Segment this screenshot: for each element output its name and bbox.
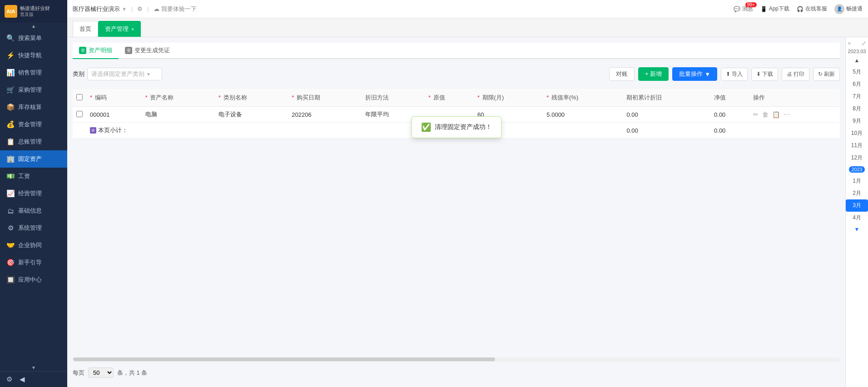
feedback-btn[interactable]: ☁ 我要体验一下 xyxy=(154,5,197,13)
ledger-icon: 📋 xyxy=(6,138,15,146)
panel-month-4[interactable]: 4月 xyxy=(846,212,868,224)
online-service-btn[interactable]: 🎧 在线客服 xyxy=(797,5,827,13)
col-net-value: 净值 xyxy=(710,89,749,107)
sidebar-scroll-up[interactable]: ▲ xyxy=(0,23,67,30)
panel-month-7[interactable]: 7月 xyxy=(846,90,868,103)
delete-row-icon[interactable]: 🗑 xyxy=(762,111,769,118)
basic-info-icon: 🗂 xyxy=(6,207,15,215)
sidebar: AtA 畅捷通好业财 普及版 ▲ 🔍 搜索菜单 ⚡ 快捷导航 📊 销售管理 🛒 … xyxy=(0,0,67,387)
sidebar-item-label: 总账管理 xyxy=(18,138,42,146)
search-icon: 🔍 xyxy=(6,34,15,42)
panel-month-12[interactable]: 12月 xyxy=(846,152,868,164)
refresh-label: 刷新 xyxy=(824,70,835,78)
sidebar-item-fixed-assets[interactable]: 🏢 固定资产 xyxy=(0,150,67,168)
success-toast: ✅ 清理固定资产成功！ xyxy=(412,116,501,138)
company-dropdown-icon: ▼ xyxy=(122,6,127,12)
edit-row-icon[interactable]: ✏ xyxy=(753,111,759,118)
panel-month-9[interactable]: 9月 xyxy=(846,115,868,127)
panel-year-2023: 2023 xyxy=(846,164,868,175)
panel-up-arrow[interactable]: ▲ xyxy=(846,55,868,66)
panel-month-5[interactable]: 5月 xyxy=(846,66,868,78)
message-icon: 💬 xyxy=(734,6,740,12)
subtab-change-voucher[interactable]: 变 变更生成凭证 xyxy=(119,43,176,59)
download-button[interactable]: ⬇ 下载 xyxy=(751,68,778,81)
sidebar-item-system[interactable]: ⚙ 系统管理 xyxy=(0,219,67,237)
sidebar-item-payroll[interactable]: 💵 工资 xyxy=(0,168,67,185)
panel-down-arrow[interactable]: ▼ xyxy=(846,224,868,235)
tab-asset-management[interactable]: 资产管理 × xyxy=(98,21,141,37)
pagination: 每页 50 100 200 条，共 1 条 xyxy=(73,364,840,382)
per-page-select[interactable]: 50 100 200 xyxy=(88,367,114,378)
subtotal-label-text: 本页小计： xyxy=(98,126,128,134)
sidebar-item-label: 应用中心 xyxy=(18,276,42,284)
sidebar-scroll-down[interactable]: ▼ xyxy=(0,364,67,371)
col-depreciation-method: 折旧方法 xyxy=(362,89,425,107)
sidebar-logo: AtA 畅捷通好业财 普及版 xyxy=(0,0,67,23)
sidebar-item-operations[interactable]: 📈 经营管理 xyxy=(0,185,67,202)
reconcile-button[interactable]: 对账 xyxy=(609,67,635,81)
category-filter: 类别 请选择固定资产类别 ▼ xyxy=(73,68,162,80)
subtab-asset-detail[interactable]: 资 资产明细 xyxy=(73,43,119,59)
sidebar-item-search[interactable]: 🔍 搜索菜单 xyxy=(0,30,67,47)
panel-month-11[interactable]: 11月 xyxy=(846,139,868,152)
subtab-asset-detail-label: 资产明细 xyxy=(89,46,112,55)
sidebar-item-ledger[interactable]: 📋 总账管理 xyxy=(0,133,67,150)
user-name: 畅捷通 xyxy=(846,5,863,13)
sidebar-item-label: 经营管理 xyxy=(18,189,42,198)
col-category: * 类别名称 xyxy=(215,89,288,107)
sidebar-item-guide[interactable]: 🎯 新手引导 xyxy=(0,254,67,271)
select-all-checkbox[interactable] xyxy=(76,94,83,100)
sidebar-item-sales[interactable]: 📊 销售管理 xyxy=(0,64,67,81)
toolbar: 类别 请选择固定资产类别 ▼ 对账 + 新增 批量操作 ▼ xyxy=(73,64,840,84)
panel-month-6[interactable]: 6月 xyxy=(846,78,868,90)
panel-month-10[interactable]: 10月 xyxy=(846,127,868,139)
copy-row-icon[interactable]: 📋 xyxy=(772,111,780,118)
sidebar-item-app-center[interactable]: 🔲 应用中心 xyxy=(0,271,67,288)
sidebar-item-basic-info[interactable]: 🗂 基础信息 xyxy=(0,202,67,219)
panel-month-1[interactable]: 1月 xyxy=(846,175,868,187)
company-selector[interactable]: 医疗器械行业演示 ▼ xyxy=(73,5,127,13)
panel-month-8[interactable]: 8月 xyxy=(846,103,868,115)
batch-ops-button[interactable]: 批量操作 ▼ xyxy=(672,67,717,81)
new-button[interactable]: + 新增 xyxy=(638,67,669,81)
panel-close-icon[interactable]: × xyxy=(848,40,851,47)
collapse-sidebar-icon[interactable]: ◀ xyxy=(20,375,25,383)
subtotal-net: 0.00 xyxy=(710,123,749,139)
scroll-thumb[interactable] xyxy=(73,357,495,361)
tab-close-icon[interactable]: × xyxy=(131,26,134,32)
toast-message: 清理固定资产成功！ xyxy=(435,123,492,131)
sidebar-item-cooperation[interactable]: 🤝 企业协同 xyxy=(0,237,67,254)
sidebar-item-inventory[interactable]: 📦 库存核算 xyxy=(0,99,67,116)
import-button[interactable]: ⬆ 导入 xyxy=(721,68,748,81)
panel-month-3-current[interactable]: 3月 xyxy=(846,199,868,212)
row-net-value: 0.00 xyxy=(710,107,749,123)
app-download-btn[interactable]: 📱 App下载 xyxy=(760,5,789,13)
row-checkbox[interactable] xyxy=(76,111,83,117)
sidebar-item-label: 工资 xyxy=(18,172,30,180)
row-checkbox-cell xyxy=(73,107,86,123)
panel-top-controls: × ⤢ xyxy=(846,39,868,48)
toast-check-icon: ✅ xyxy=(421,122,431,132)
category-select[interactable]: 请选择固定资产类别 ▼ xyxy=(87,68,162,80)
sidebar-item-purchase[interactable]: 🛒 采购管理 xyxy=(0,81,67,99)
refresh-button[interactable]: ↻ 刷新 xyxy=(813,68,840,81)
download-icon: ⬇ xyxy=(756,71,761,77)
user-menu[interactable]: 👤 畅捷通 xyxy=(834,4,863,14)
print-button[interactable]: 🖨 打印 xyxy=(782,68,809,81)
panel-month-2[interactable]: 2月 xyxy=(846,187,868,199)
topbar-gear-icon[interactable]: ⚙ xyxy=(137,5,143,12)
sidebar-item-funds[interactable]: 💰 资金管理 xyxy=(0,116,67,133)
col-code: * 编码 xyxy=(86,89,142,107)
cloud-icon: ☁ xyxy=(154,5,159,12)
subtab-change-voucher-label: 变更生成凭证 xyxy=(134,46,170,55)
col-actions: 操作 xyxy=(749,89,840,107)
panel-expand-icon[interactable]: ⤢ xyxy=(861,40,866,47)
row-actions: ✏ 🗑 📋 ⋯ xyxy=(753,111,836,118)
tab-home[interactable]: 首页 xyxy=(73,21,98,37)
more-row-icon[interactable]: ⋯ xyxy=(784,111,790,118)
horizontal-scrollbar[interactable] xyxy=(73,357,840,362)
sidebar-item-quick-nav[interactable]: ⚡ 快捷导航 xyxy=(0,47,67,64)
row-category: 电子设备 xyxy=(215,107,288,123)
settings-icon[interactable]: ⚙ xyxy=(6,375,12,383)
messages-btn[interactable]: 💬 消息 99+ xyxy=(734,5,753,13)
